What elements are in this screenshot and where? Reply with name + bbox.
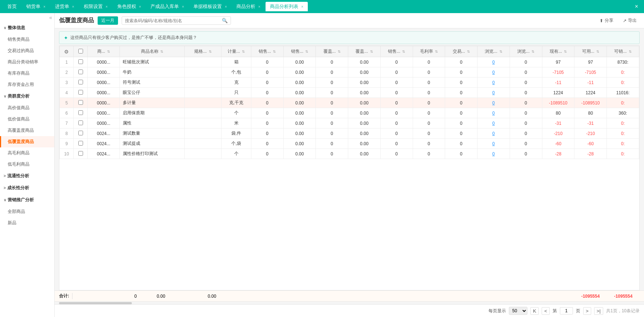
nav-close-icon[interactable]: ×	[106, 5, 108, 9]
sidebar-section-overall[interactable]: ∨ 整体信息	[0, 22, 54, 34]
sidebar-item-new-products[interactable]: 新品	[0, 217, 54, 229]
nav-role-auth[interactable]: 角色授权 ×	[113, 2, 146, 11]
sidebar-item-in-stock[interactable]: 有库存商品	[0, 68, 54, 79]
th-browse2[interactable]: 浏览... ⇅	[510, 46, 542, 57]
th-sales-amt[interactable]: 销售... ⇅	[283, 46, 316, 57]
row-browse1[interactable]: 0	[478, 128, 510, 139]
sidebar-section-growth[interactable]: > 成长性分析	[0, 182, 54, 194]
row-checkbox[interactable]	[74, 98, 87, 108]
th-name[interactable]: 商品名称 ⇅	[120, 46, 185, 57]
th-browse1[interactable]: 浏览... ⇅	[478, 46, 510, 57]
row-browse1[interactable]: 0	[478, 88, 510, 98]
date-filter-button[interactable]: 近一月	[98, 16, 118, 25]
row-browse1[interactable]: 0	[478, 108, 510, 118]
page-size-select[interactable]: 50 20 100 200	[509, 307, 527, 315]
share-button[interactable]: ⬆ 分享	[597, 16, 616, 25]
th-trade[interactable]: 交易... ⇅	[445, 46, 478, 57]
nav-template-settings[interactable]: 单据模板设置 ×	[189, 2, 231, 11]
row-checkbox[interactable]	[74, 118, 87, 128]
row-spec	[184, 57, 221, 67]
next-page-button[interactable]: >	[583, 307, 591, 315]
nav-sales-order[interactable]: 销货单 ×	[22, 2, 50, 11]
row-num: 4	[60, 88, 74, 98]
th-sales-qty[interactable]: 销售... ⇅	[251, 46, 283, 57]
sidebar-section-cluster[interactable]: ∨ 类群度分析	[0, 90, 54, 102]
table-row: 10 0024... 属性价格打印测试 个 0 0.00 0 0.00 0 0 …	[60, 149, 639, 159]
th-sales3[interactable]: 销售... ⇅	[380, 46, 413, 57]
row-checkbox[interactable]	[74, 149, 87, 159]
th-current[interactable]: 现有... ⇅	[542, 46, 574, 57]
column-settings-icon[interactable]: ⚙	[64, 49, 69, 55]
sidebar-section-circulation[interactable]: > 流通性分析	[0, 170, 54, 182]
nav-close-icon[interactable]: ×	[72, 5, 74, 9]
row-browse1[interactable]: 0	[478, 78, 510, 88]
prev-page-button[interactable]: <	[542, 307, 550, 315]
nav-purchase-order[interactable]: 进货单 ×	[51, 2, 79, 11]
th-cover1[interactable]: 覆盖... ⇅	[316, 46, 348, 57]
th-checkbox[interactable]	[74, 46, 87, 57]
data-table-container[interactable]: ⚙ 商... ⇅ 商品名称 ⇅	[59, 45, 640, 290]
sort-icon: ⇅	[242, 49, 245, 54]
table-row: 6 0000... 启用保质期 个 0 0.00 0 0.00 0 0 0 0 …	[60, 108, 639, 118]
row-checkbox[interactable]	[74, 88, 87, 98]
nav-close-icon[interactable]: ×	[182, 5, 184, 9]
section-arrow-icon: >	[4, 186, 6, 190]
nav-permission-settings[interactable]: 权限设置 ×	[79, 2, 112, 11]
sidebar-item-high-coverage[interactable]: 高覆盖度商品	[0, 125, 54, 136]
row-browse1[interactable]: 0	[478, 98, 510, 108]
nav-close-icon[interactable]: ×	[258, 5, 260, 9]
row-browse1[interactable]: 0	[478, 57, 510, 67]
nav-product-analysis-list[interactable]: 商品分析列表 ×	[266, 2, 308, 11]
table-row: 9 0024... 测试提成 个,袋 0 0.00 0 0.00 0 0 0 0…	[60, 139, 639, 149]
search-input[interactable]	[125, 18, 222, 23]
sidebar-item-all-products[interactable]: 全部商品	[0, 206, 54, 217]
row-trade: 0	[445, 149, 478, 159]
nav-close-all-button[interactable]: ×	[632, 2, 641, 11]
nav-home[interactable]: 首页	[3, 2, 21, 11]
sidebar-item-low-coverage[interactable]: 低覆盖度商品	[0, 136, 54, 147]
footer-sales-qty: 0	[123, 294, 148, 299]
th-settings[interactable]: ⚙	[60, 46, 74, 57]
page-number-input[interactable]	[560, 307, 573, 314]
row-browse1[interactable]: 0	[478, 67, 510, 78]
sidebar-item-low-margin[interactable]: 低毛利商品	[0, 159, 54, 170]
sidebar-item-low-value[interactable]: 低价值商品	[0, 114, 54, 125]
th-spec[interactable]: 规格... ⇅	[184, 46, 221, 57]
sidebar-item-high-value[interactable]: 高价值商品	[0, 102, 54, 114]
sidebar-item-stock-capital[interactable]: 库存资金占用	[0, 79, 54, 90]
sidebar-collapse-button[interactable]: «	[0, 13, 54, 22]
row-checkbox[interactable]	[74, 108, 87, 118]
nav-product-warehouse[interactable]: 产成品入库单 ×	[146, 2, 188, 11]
row-browse1[interactable]: 0	[478, 139, 510, 149]
last-page-button[interactable]: >|	[594, 307, 603, 315]
table-row: 2 0000... 牛奶 个,包 0 0.00 0 0.00 0 0 0 0 0…	[60, 67, 639, 78]
row-browse1[interactable]: 0	[478, 149, 510, 159]
th-gross[interactable]: 毛利率 ⇅	[413, 46, 445, 57]
row-checkbox[interactable]	[74, 57, 87, 67]
row-checkbox[interactable]	[74, 139, 87, 149]
sidebar-item-category-rate[interactable]: 商品分类动销率	[0, 56, 54, 68]
row-checkbox[interactable]	[74, 67, 87, 78]
horizontal-scrollbar[interactable]	[55, 301, 644, 304]
first-page-button[interactable]: K	[530, 307, 539, 315]
row-checkbox[interactable]	[74, 78, 87, 88]
select-all-checkbox[interactable]	[78, 49, 83, 54]
export-button[interactable]: ↗ 导出	[620, 16, 640, 25]
nav-close-icon[interactable]: ×	[43, 5, 46, 9]
sidebar-item-traded-products[interactable]: 交易过的商品	[0, 45, 54, 56]
th-sellable[interactable]: 可销... ⇅	[607, 46, 639, 57]
th-code[interactable]: 商... ⇅	[87, 46, 120, 57]
nav-product-analysis[interactable]: 商品分析 ×	[232, 2, 265, 11]
sidebar-item-sales-products[interactable]: 销售类商品	[0, 34, 54, 45]
th-cover2[interactable]: 覆盖... ⇅	[348, 46, 381, 57]
nav-close-icon[interactable]: ×	[301, 5, 303, 9]
th-available[interactable]: 可用... ⇅	[574, 46, 607, 57]
row-browse1[interactable]: 0	[478, 118, 510, 128]
nav-close-icon[interactable]: ×	[225, 5, 227, 9]
sidebar-section-marketing[interactable]: ∨ 营销推广分析	[0, 194, 54, 206]
row-gross: 0	[413, 118, 445, 128]
th-unit[interactable]: 计量... ⇅	[221, 46, 251, 57]
row-checkbox[interactable]	[74, 128, 87, 139]
sidebar-item-high-margin[interactable]: 高毛利商品	[0, 147, 54, 159]
nav-close-icon[interactable]: ×	[139, 5, 141, 9]
